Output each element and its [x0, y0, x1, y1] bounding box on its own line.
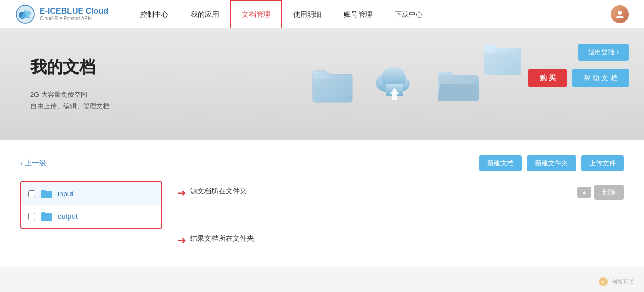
annotations: ➜ 源文档所在文件夹 ➜ 结果文档所在文件夹	[162, 181, 401, 246]
logo-text: E-ICEBLUE Cloud Cloud File Format APIs	[40, 7, 109, 21]
main-content: ‹ 上一级 新建文档 新建文件夹 上传文件 input	[0, 140, 644, 267]
svg-point-3	[26, 11, 31, 16]
banner: 我的文档 2G 大容量免费空间 自由上传、编辑、管理文档	[0, 28, 644, 140]
banner-left: 我的文档 2G 大容量免费空间 自由上传、编辑、管理文档	[30, 56, 162, 113]
nav-link-usage[interactable]: 使用明细	[282, 0, 333, 28]
logo-sub: Cloud File Format APIs	[40, 16, 109, 21]
banner-action-row: 购 买 帮 助 文 档	[528, 69, 629, 87]
file-name-output[interactable]: output	[58, 212, 78, 221]
banner-title: 我的文档	[30, 56, 162, 79]
logout-button[interactable]: 退出登陆 ›	[578, 44, 629, 61]
folder-icon-2	[435, 64, 481, 104]
annotation-top: ➜ 源文档所在文件夹	[177, 187, 401, 199]
delete-area: ▲ 删除	[577, 181, 624, 200]
folder-icon-1	[311, 64, 354, 104]
logo-area: E-ICEBLUE Cloud Cloud File Format APIs	[15, 4, 109, 24]
sort-delete-row: ▲ 删除	[577, 185, 624, 200]
table-row[interactable]: output	[21, 205, 161, 228]
nav-link-account[interactable]: 账号管理	[333, 0, 383, 28]
navbar: E-ICEBLUE Cloud Cloud File Format APIs 控…	[0, 0, 644, 28]
help-button[interactable]: 帮 助 文 档	[572, 69, 629, 87]
annotation-bottom-text: 结果文档所在文件夹	[190, 234, 254, 243]
files-list: input output	[20, 181, 162, 229]
user-icon	[615, 9, 625, 19]
logo-icon	[15, 4, 35, 24]
nav-link-download[interactable]: 下载中心	[383, 0, 434, 28]
banner-desc: 2G 大容量免费空间 自由上传、编辑、管理文档	[30, 89, 162, 113]
arrow-bottom-icon: ➜	[177, 234, 186, 246]
files-section: input output ➜ 源文档所在文件夹 ➜ 结果文档所在文件夹	[20, 181, 624, 246]
back-label: 上一级	[25, 159, 46, 168]
nav-link-control[interactable]: 控制中心	[129, 0, 180, 28]
table-row[interactable]: input	[21, 182, 161, 205]
chevron-left-icon: ‹	[20, 159, 23, 168]
nav-link-docs[interactable]: 文档管理	[230, 0, 282, 28]
breadcrumb-row: ‹ 上一级 新建文档 新建文件夹 上传文件	[20, 150, 624, 171]
folder-icon-output	[41, 211, 53, 222]
action-buttons: 新建文档 新建文件夹 上传文件	[479, 155, 624, 171]
nav-link-apps[interactable]: 我的应用	[180, 0, 230, 28]
arrow-top-icon: ➜	[177, 187, 186, 199]
back-button[interactable]: ‹ 上一级	[20, 159, 46, 168]
buy-button[interactable]: 购 买	[528, 69, 567, 87]
file-checkbox-output[interactable]	[28, 213, 35, 220]
banner-actions: 退出登陆 › 购 买 帮 助 文 档	[528, 44, 629, 87]
file-checkbox-input[interactable]	[28, 190, 35, 197]
file-name-input[interactable]: input	[58, 190, 73, 198]
folder-icon-input	[41, 189, 53, 199]
annotation-top-text: 源文档所在文件夹	[190, 187, 247, 196]
cloud-upload-icon	[369, 61, 420, 107]
svg-point-4	[618, 11, 622, 15]
new-doc-button[interactable]: 新建文档	[479, 155, 522, 171]
upload-button[interactable]: 上传文件	[581, 155, 624, 171]
delete-button[interactable]: 删除	[594, 185, 624, 200]
folder-icon-3	[482, 39, 522, 79]
right-actions: ▲ 删除	[401, 181, 624, 200]
banner-folder-right	[482, 39, 522, 81]
user-avatar[interactable]	[611, 5, 629, 23]
nav-links: 控制中心 我的应用 文档管理 使用明细 账号管理 下载中心	[129, 0, 611, 28]
sort-button[interactable]: ▲	[577, 187, 591, 198]
logo-name: E-ICEBLUE Cloud	[40, 7, 109, 16]
new-folder-button[interactable]: 新建文件夹	[527, 155, 576, 171]
annotation-bottom: ➜ 结果文档所在文件夹	[177, 234, 401, 246]
